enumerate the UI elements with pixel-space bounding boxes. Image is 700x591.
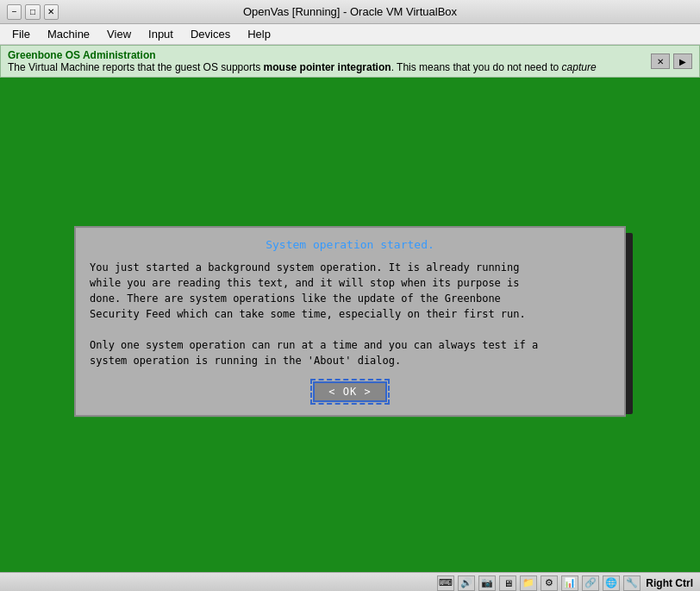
status-icon-chart: 📊 — [561, 575, 578, 591]
menu-devices[interactable]: Devices — [182, 25, 239, 43]
dialog-title: System operation started. — [90, 238, 610, 251]
notification-text-italic: capture — [562, 61, 597, 73]
notification-bar: Greenbone OS Administration The Virtual … — [0, 45, 700, 78]
status-icon-camera: 📷 — [478, 575, 496, 591]
restore-button[interactable]: □ — [25, 4, 40, 20]
status-icon-link: 🔗 — [582, 575, 599, 591]
dialog-body: You just started a background system ope… — [90, 260, 610, 368]
notification-buttons: ✕ ▶ — [651, 53, 692, 69]
menu-bar: File Machine View Input Devices Help — [0, 24, 700, 45]
status-bar: ⌨ 🔊 📷 🖥 📁 ⚙ 📊 🔗 🌐 🔧 Right Ctrl — [0, 572, 700, 591]
notification-text-pre: The Virtual Machine reports that the gue… — [8, 61, 264, 73]
notification-arrow-button[interactable]: ▶ — [673, 53, 692, 69]
window-title: OpenVas [Running] - Oracle VM VirtualBox — [59, 5, 641, 18]
status-icon-network: 🌐 — [603, 575, 620, 591]
vm-area: System operation started. You just start… — [0, 78, 700, 572]
minimize-button[interactable]: − — [7, 4, 22, 20]
dialog-footer: < OK > — [90, 379, 610, 405]
title-bar: − □ ✕ OpenVas [Running] - Oracle VM Virt… — [0, 0, 700, 24]
dialog-body-text: You just started a background system ope… — [90, 260, 610, 368]
dialog: System operation started. You just start… — [74, 226, 626, 417]
close-button[interactable]: ✕ — [44, 4, 59, 20]
menu-input[interactable]: Input — [140, 25, 182, 43]
status-icon-audio: 🔊 — [458, 575, 475, 591]
menu-machine[interactable]: Machine — [39, 25, 98, 43]
status-icons: ⌨ 🔊 📷 🖥 📁 ⚙ 📊 🔗 🌐 🔧 — [437, 575, 641, 591]
status-icon-keyboard: ⌨ — [437, 575, 454, 591]
notification-text-bold: mouse pointer integration — [264, 61, 391, 73]
menu-view[interactable]: View — [98, 25, 140, 43]
status-icon-folder: 📁 — [520, 575, 537, 591]
ok-button[interactable]: < OK > — [313, 381, 386, 402]
ok-button-wrapper: < OK > — [310, 379, 389, 405]
menu-file[interactable]: File — [3, 25, 39, 43]
status-icon-settings: ⚙ — [541, 575, 558, 591]
menu-help[interactable]: Help — [239, 25, 279, 43]
notification-title: Greenbone OS Administration — [8, 49, 651, 61]
notification-close-button[interactable]: ✕ — [651, 53, 670, 69]
status-icon-tool: 🔧 — [623, 575, 641, 591]
status-icon-display: 🖥 — [499, 575, 516, 591]
right-ctrl-label: Right Ctrl — [646, 577, 693, 589]
notification-message: The Virtual Machine reports that the gue… — [8, 61, 651, 73]
dialog-container: System operation started. You just start… — [74, 226, 626, 417]
notification-text-mid: . This means that you do not need to — [391, 61, 562, 73]
